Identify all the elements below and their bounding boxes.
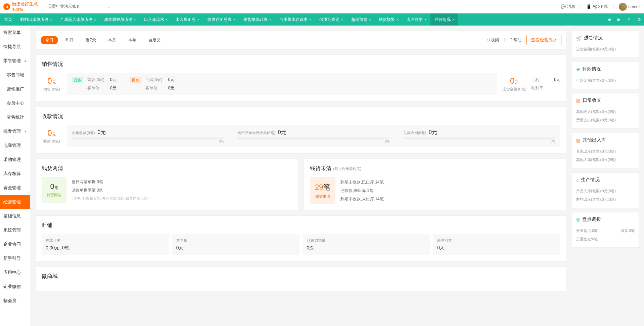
top-right: 💬 消息 | 📱 App下载 | demo2 [561, 3, 641, 11]
sales-title: 销售情况 [42, 61, 560, 68]
panel-icon: ◎ [576, 217, 580, 222]
sidebar-item[interactable]: 基础信息 [0, 209, 30, 223]
sidebar-item[interactable]: 企业协同 [0, 237, 30, 251]
clear-count-box: 0笔 钱货两清 [42, 177, 66, 203]
close-icon[interactable]: × [50, 18, 52, 22]
close-icon[interactable]: × [94, 18, 96, 22]
close-icon[interactable]: × [134, 18, 136, 22]
nav-tab[interactable]: 出入库流水× [140, 13, 172, 26]
nav-tabs: 首页材料出库单历史×产成品入库单历史×成本调整单历史×出入库流水×出入库汇总×收… [0, 13, 644, 26]
sidebar-item[interactable]: 零售管理▲ [0, 54, 30, 68]
panel-icon: ⌂ [576, 177, 579, 182]
account-selector[interactable]: 母婴行业演示账套 ⌄ [45, 2, 114, 11]
nav-tab[interactable]: 要货单统计表× [239, 13, 275, 26]
nav-next[interactable]: ▶ [614, 13, 624, 26]
time-filter-button[interactable]: 昨日 [61, 36, 78, 44]
logo-subtitle: 标准版 [12, 7, 38, 12]
close-icon[interactable]: × [397, 18, 399, 22]
close-icon[interactable]: × [233, 18, 235, 22]
first-customer-badge: 首客 [72, 77, 83, 83]
logo-icon: b [3, 3, 10, 10]
panel-icon: ▤ [576, 98, 581, 103]
nav-tab[interactable]: 首页 [0, 13, 16, 26]
nav-tab[interactable]: 缺货预警× [375, 13, 403, 26]
chevron-icon: ▲ [24, 59, 27, 63]
receipt-item: 收预收款(0笔)0元0% [72, 129, 224, 143]
sidebar-item[interactable]: 经营管理 [0, 195, 30, 209]
nav-close-all[interactable]: × [624, 13, 634, 26]
nav-tab[interactable]: 客户联络× [403, 13, 430, 26]
close-icon[interactable]: × [197, 18, 199, 22]
logo-text: 畅捷通好生意 [12, 1, 38, 7]
side-panel: ▤其他出入库其他出库(笔数):0元(0笔)其他入库(笔数):0元(0笔) [572, 133, 639, 168]
time-filter-button[interactable]: 自定义 [144, 36, 165, 44]
sales-panel: 销售情况 0元 销售 (0笔) 首客 首客(0家)0元 客单价0元 [35, 54, 567, 101]
sidebar-item[interactable]: 搜索菜单 [0, 26, 30, 40]
refund-amount: 0元 退货金额 (0笔) [502, 76, 526, 92]
time-filter-button[interactable]: 本月 [103, 36, 121, 44]
help-icon: ? [510, 38, 512, 42]
top-bar: b 畅捷通好生意 标准版 母婴行业演示账套 ⌄ 💬 消息 | 📱 App下载 |… [0, 0, 644, 13]
sidebar-item[interactable]: 资金管理 [0, 181, 30, 195]
nav-tab[interactable]: 出入库汇总× [172, 13, 203, 26]
sidebar-item[interactable]: 系统管理 [0, 223, 30, 237]
panel-icon: ▤ [576, 137, 581, 143]
nav-tab[interactable]: 超储预警× [347, 13, 375, 26]
receipt-item: 欠款收回(0笔)0元0% [403, 129, 555, 143]
sidebar-item[interactable]: 营销推广 [0, 82, 30, 96]
close-icon[interactable]: × [424, 18, 426, 22]
close-icon[interactable]: × [269, 18, 271, 22]
close-icon[interactable]: × [452, 18, 454, 22]
sidebar-item[interactable]: 库存核算 [0, 167, 30, 181]
nav-tab[interactable]: 保质期查询× [315, 13, 347, 26]
sidebar-item[interactable]: 零售统计 [0, 110, 30, 124]
nav-tab[interactable]: 可用量库存账本× [275, 13, 315, 26]
time-filter-button[interactable]: 今日 [41, 36, 58, 44]
right-sidebar: 🛒进货情况进货金额(笔数):0元(0笔)⊕付款情况付款金额(笔数):0元(0笔)… [572, 31, 639, 321]
toolbar: 今日昨日近7天本月本年自定义 ⊙ 视频 | ? 帮助 查看经营流水 [35, 31, 567, 49]
nav-tab[interactable]: 产成品入库单历史× [56, 13, 100, 26]
shop-cell: 新增潜客0人 [433, 234, 560, 255]
shop-cell: 客单价0元 [172, 234, 300, 255]
close-icon[interactable]: × [341, 18, 343, 22]
sidebar-item[interactable]: 新手引导 [0, 251, 30, 266]
unclear-panel: 钱货未清(截止到当前时间) 29笔 钱货未清 到期未收款,已出库 14笔 已收款… [304, 159, 567, 210]
close-icon[interactable]: × [309, 18, 311, 22]
nav-tab[interactable]: 材料出库单历史× [16, 13, 56, 26]
download-link[interactable]: 📱 App下载 [586, 4, 608, 9]
sidebar-item[interactable]: 企业微信 [0, 280, 30, 294]
sidebar-item[interactable]: 会员中心 [0, 96, 30, 110]
shop-panel: 旺铺 在线订单0.00元, 0笔客单价0元旺铺浏览量0次新增潜客0人 [35, 215, 567, 261]
side-panel: ◎盘点调拨分量盘点:0笔调拨:0笔总量盘点:0笔 [572, 212, 639, 248]
nav-tab[interactable]: 收发存汇总表× [203, 13, 239, 26]
close-icon[interactable]: × [166, 18, 168, 22]
nav-refresh[interactable]: ⟳ [634, 13, 644, 26]
messages-link[interactable]: 💬 消息 [561, 4, 575, 9]
time-filter-button[interactable]: 近7天 [81, 36, 101, 44]
help-link[interactable]: ? 帮助 [510, 37, 521, 43]
sidebar-item[interactable]: 快捷导航 [0, 40, 30, 54]
user-menu[interactable]: demo2 [619, 3, 641, 11]
sidebar-item[interactable]: 批发管理▼ [0, 124, 30, 138]
download-icon: 📱 [586, 4, 591, 9]
sidebar-item[interactable]: 采购管理 [0, 153, 30, 167]
time-filter-button[interactable]: 本年 [124, 36, 141, 44]
view-flow-button[interactable]: 查看经营流水 [526, 35, 561, 45]
video-link[interactable]: ⊙ 视频 [487, 37, 499, 43]
receipts-panel: 收款情况 0元 收款 (0笔) 收预收款(0笔)0元0%当日开单当日收款(0笔)… [35, 107, 567, 154]
sales-amount: 0元 销售 (0笔) [42, 76, 62, 92]
profit-info: 毛利0元 毛利率-- [531, 77, 560, 91]
nav-tab[interactable]: 经营情况× [430, 13, 458, 26]
nav-prev[interactable]: ◀ [604, 13, 614, 26]
micromall-panel: 微商城 [35, 267, 567, 291]
nav-tab[interactable]: 成本调整单历史× [100, 13, 140, 26]
receipt-item: 当日开单当日收款(0笔)0元0% [237, 129, 389, 143]
clear-panel: 钱货两清 0笔 钱货两清 当日两清单据 0笔 以往单据两清 0笔 (其中: 补发… [35, 159, 298, 210]
panel-icon: 🛒 [576, 35, 582, 41]
receipts-detail-box: 收预收款(0笔)0元0%当日开单当日收款(0笔)0元0%欠款收回(0笔)0元0% [67, 125, 560, 147]
sidebar-item[interactable]: 零售商城 [0, 68, 30, 82]
sidebar-item[interactable]: 应用中心 [0, 266, 30, 280]
close-icon[interactable]: × [369, 18, 371, 22]
sidebar-item[interactable]: 畅会员 [0, 294, 30, 308]
sidebar-item[interactable]: 电商管理 [0, 138, 30, 153]
